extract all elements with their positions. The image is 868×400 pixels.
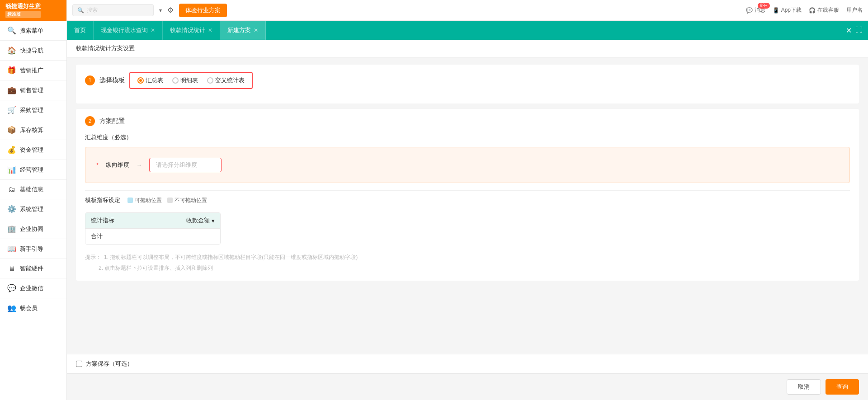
- box-icon: 📦: [7, 126, 16, 134]
- dimension-row-label: 纵向维度: [106, 161, 129, 169]
- draggable-dot-icon: [127, 198, 133, 203]
- step2-header: 2 方案配置: [85, 116, 850, 126]
- dimension-select[interactable]: 请选择分组维度: [149, 158, 222, 172]
- sidebar-item-label: 系统管理: [20, 205, 43, 213]
- app-download-button[interactable]: 📱 App下载: [773, 6, 802, 14]
- tab-receipts-stat[interactable]: 收款情况统计 ✕: [163, 21, 220, 40]
- search-box[interactable]: 🔍 搜索: [72, 4, 154, 16]
- sidebar-item-member[interactable]: 👥 畅会员: [0, 298, 66, 318]
- sidebar-item-label: 销售管理: [20, 86, 43, 94]
- tab-receipts-stat-label: 收款情况统计: [170, 26, 205, 34]
- sidebar-item-label: 畅会员: [20, 304, 38, 312]
- step1-badge: 1: [85, 75, 95, 85]
- step1-section: 1 选择模板 汇总表 明细表: [76, 65, 859, 104]
- chat-icon: 💬: [7, 284, 16, 292]
- chart-icon: 📊: [7, 165, 16, 174]
- sidebar-item-marketing[interactable]: 🎁 营销推广: [0, 61, 66, 80]
- message-badge: 99+: [758, 3, 770, 9]
- monitor-icon: 🖥: [7, 264, 16, 273]
- sidebar-item-quick-nav[interactable]: 🏠 快捷导航: [0, 41, 66, 61]
- topbar-dropdown[interactable]: ▾: [159, 7, 162, 14]
- service-label: 在线客服: [817, 6, 839, 14]
- radio-detail-label: 明细表: [180, 76, 198, 85]
- metrics-legend: 可拖动位置 不可拖动位置: [127, 197, 207, 204]
- gift-icon: 🎁: [7, 66, 16, 75]
- topbar: 🔍 搜索 ▾ ⚙ 体验行业方案 💬 消息 99+ 📱 App下载 🎧 在线客服 …: [67, 0, 868, 21]
- sidebar-item-system[interactable]: ⚙️ 系统管理: [0, 199, 66, 219]
- footer-actions: 取消 查询: [67, 373, 868, 400]
- sidebar-item-sales[interactable]: 💼 销售管理: [0, 80, 66, 100]
- sidebar-item-wechat[interactable]: 💬 企业微信: [0, 278, 66, 298]
- message-button[interactable]: 💬 消息 99+: [746, 6, 765, 14]
- briefcase-icon: 💼: [7, 86, 16, 94]
- sidebar-item-purchase[interactable]: 🛒 采购管理: [0, 100, 66, 120]
- tab-home[interactable]: 首页: [67, 21, 94, 40]
- search-menu-icon: 🔍: [7, 26, 16, 35]
- sidebar-item-basic-info[interactable]: 🗂 基础信息: [0, 180, 66, 199]
- save-label: 方案保存（可选）: [86, 360, 133, 368]
- metrics-grid-header: 统计指标 收款金额 ▾: [85, 213, 220, 229]
- building-icon: 🏢: [7, 225, 16, 233]
- legend-draggable: 可拖动位置: [127, 197, 162, 204]
- save-checkbox[interactable]: [76, 361, 82, 367]
- dimension-subsection-title: 汇总维度（必选）: [85, 133, 850, 141]
- radio-summary-btn: [137, 77, 144, 84]
- sidebar-item-search-menu[interactable]: 🔍 搜索菜单: [0, 21, 66, 41]
- cta-button[interactable]: 体验行业方案: [179, 4, 227, 17]
- fixed-dot-icon: [167, 198, 173, 203]
- metrics-grid: 统计指标 收款金额 ▾ 合计: [85, 212, 221, 245]
- tab-home-label: 首页: [74, 26, 86, 34]
- tab-expand-icon[interactable]: ⛶: [855, 26, 863, 34]
- sidebar-item-hardware[interactable]: 🖥 智能硬件: [0, 259, 66, 278]
- legend-fixed: 不可拖动位置: [167, 197, 207, 204]
- tips-text-1: 1. 拖动标题栏可以调整布局，不可跨维度或指标区域拖动栏目字段(只能在同一维度或…: [104, 252, 358, 263]
- book-icon: 📖: [7, 245, 16, 253]
- content-area: 收款情况统计方案设置 1 选择模板 汇总表: [67, 40, 868, 400]
- sidebar-item-label: 快捷导航: [20, 47, 43, 55]
- metrics-grid-row-total: 合计: [85, 229, 220, 244]
- online-service-button[interactable]: 🎧 在线客服: [809, 6, 839, 14]
- breadcrumb: 收款情况统计方案设置: [76, 45, 135, 52]
- sidebar-item-label: 企业协同: [20, 225, 43, 233]
- sidebar: 畅捷通好生意 标准版 🔍 搜索菜单 🏠 快捷导航 🎁 营销推广 💼 销售管理 🛒…: [0, 0, 67, 400]
- metrics-header-dropdown[interactable]: 收款金额 ▾: [186, 216, 215, 225]
- tips-text-2: 2. 点击标题栏下拉可设置排序、插入列和删除列: [99, 263, 213, 273]
- sidebar-item-guide[interactable]: 📖 新手引导: [0, 239, 66, 259]
- sidebar-item-label: 智能硬件: [20, 264, 43, 273]
- sidebar-item-label: 搜索菜单: [20, 27, 43, 35]
- divider: [85, 190, 850, 191]
- user-profile[interactable]: 用户名: [846, 6, 863, 14]
- tab-new-plan[interactable]: 新建方案 ✕: [220, 21, 266, 40]
- step1-title: 选择模板: [99, 76, 125, 85]
- radio-cross[interactable]: 交叉统计表: [207, 76, 245, 85]
- save-bar: 方案保存（可选）: [67, 354, 868, 373]
- radio-summary[interactable]: 汇总表: [137, 76, 163, 85]
- tab-bank-flow[interactable]: 现金银行流水查询 ✕: [94, 21, 163, 40]
- tab-close-all-icon[interactable]: ✕: [846, 26, 852, 35]
- tab-receipts-stat-close-icon[interactable]: ✕: [208, 27, 212, 33]
- radio-detail[interactable]: 明细表: [172, 76, 198, 85]
- version-badge: 标准版: [5, 11, 41, 18]
- tab-new-plan-close-icon[interactable]: ✕: [254, 27, 258, 33]
- main-area: 🔍 搜索 ▾ ⚙ 体验行业方案 💬 消息 99+ 📱 App下载 🎧 在线客服 …: [67, 0, 868, 400]
- dropdown-arrow-icon: ▾: [159, 7, 162, 14]
- tab-bank-flow-close-icon[interactable]: ✕: [151, 27, 155, 33]
- folder-icon: 🗂: [7, 185, 16, 193]
- settings-gear-icon[interactable]: ⚙: [167, 6, 174, 14]
- legend-draggable-label: 可拖动位置: [135, 197, 162, 204]
- tips-section: 提示： 1. 拖动标题栏可以调整布局，不可跨维度或指标区域拖动栏目字段(只能在同…: [85, 252, 850, 273]
- template-radio-group: 汇总表 明细表 交叉统计表: [137, 76, 245, 85]
- sidebar-item-label: 新手引导: [20, 245, 43, 253]
- sidebar-item-label: 经营管理: [20, 166, 43, 174]
- sidebar-item-enterprise[interactable]: 🏢 企业协同: [0, 219, 66, 239]
- home-icon: 🏠: [7, 46, 16, 55]
- sidebar-item-inventory[interactable]: 📦 库存核算: [0, 120, 66, 140]
- sidebar-item-finance[interactable]: 💰 资金管理: [0, 140, 66, 160]
- sidebar-item-operations[interactable]: 📊 经营管理: [0, 160, 66, 180]
- cancel-button[interactable]: 取消: [787, 379, 821, 395]
- sidebar-item-label: 采购管理: [20, 106, 43, 114]
- search-icon: 🔍: [77, 7, 84, 14]
- gear-icon: ⚙️: [7, 205, 16, 213]
- dimension-row: * 纵向维度 → 请选择分组维度: [96, 158, 222, 172]
- query-button[interactable]: 查询: [826, 379, 859, 395]
